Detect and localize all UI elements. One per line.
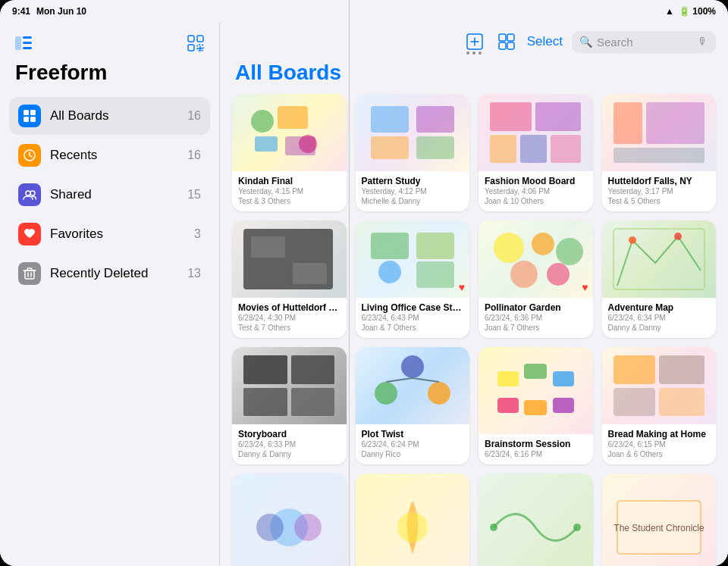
svg-rect-28 [278,106,308,129]
microphone-icon[interactable]: 🎙 [698,36,708,48]
toolbar: Select 🔍 Search 🎙 [220,23,728,61]
board-card-adventure-map[interactable]: Adventure Map 6/23/24, 6:34 PM Danny & D… [602,220,717,338]
board-collaborators-fashion-mood-board: Joan & 10 Others [485,196,587,206]
svg-rect-62 [291,355,334,384]
svg-rect-71 [524,364,547,379]
svg-rect-38 [490,135,516,163]
search-bar[interactable]: 🔍 Search 🎙 [572,31,716,53]
sidebar: Freeform All Boards [0,23,220,566]
recents-icon [18,144,41,167]
board-card-movies-hutteldorf[interactable]: Movies of Hutteldorf Fa... 6/28/24, 4:30… [232,220,347,338]
svg-rect-64 [291,388,334,416]
board-info-plot-twist: Plot Twist 6/23/24, 6:24 PM Danny Rico [356,424,470,464]
board-date-pollinator-garden: 6/23/24, 6:36 PM [485,313,587,323]
board-card-storyboard[interactable]: Storyboard 6/23/24, 6:33 PM Danny & Dann… [232,347,347,464]
wifi-icon: ▲ [665,6,674,17]
board-date-pattern-study: Yesterday, 4:12 PM [362,186,464,196]
svg-rect-61 [243,355,287,384]
sidebar-toggle-icon[interactable] [15,36,32,50]
board-info-living-office: Living Office Case Study 6/23/24, 6:43 P… [356,298,470,338]
content-area: Select 🔍 Search 🎙 All Boards Kindah Fin [220,23,728,566]
board-collaborators-hutteldorf-falls: Test & 5 Others [608,196,711,206]
board-card-hutteldorf-falls[interactable]: Hutteldorf Falls, NY Yesterday, 3:17 PM … [602,94,717,211]
all-boards-label: All Boards [50,108,108,124]
board-card-row4c[interactable] [479,474,593,566]
board-thumbnail-hutteldorf-falls [602,94,717,171]
svg-rect-3 [23,47,32,49]
sidebar-icon-group [15,36,32,50]
battery-icon: 🔋 100% [679,6,716,17]
sidebar-item-favorites[interactable]: Favorites 3 [9,215,210,253]
board-card-row4b[interactable] [356,474,470,566]
window-dots [466,52,482,55]
board-date-living-office: 6/23/24, 6:43 PM [362,313,464,323]
board-name-pattern-study: Pattern Study [362,176,464,186]
new-board-button[interactable] [463,30,486,53]
svg-point-67 [428,382,450,405]
search-placeholder: Search [597,36,693,48]
svg-point-57 [547,263,570,286]
favorites-label: Favorites [50,227,103,242]
board-collaborators-kindah-final: Test & 3 Others [238,196,340,206]
svg-rect-77 [659,355,704,384]
svg-rect-72 [553,371,574,386]
board-info-bread-making: Bread Making at Home 6/23/24, 6:15 PM Jo… [602,424,717,464]
status-bar-left: 9:41 Mon Jun 10 [12,6,86,17]
svg-rect-11 [30,110,36,115]
recents-count: 16 [187,149,201,162]
sidebar-header [0,23,219,58]
board-info-pattern-study: Pattern Study Yesterday, 4:12 PM Michell… [356,171,470,211]
sidebar-item-recently-deleted[interactable]: Recently Deleted 13 [9,255,210,292]
board-card-pattern-study[interactable]: Pattern Study Yesterday, 4:12 PM Michell… [356,94,470,211]
board-date-storyboard: 6/23/24, 6:33 PM [238,439,340,449]
board-thumbnail-row4a [232,474,347,566]
svg-rect-75 [553,398,574,413]
board-date-kindah-final: Yesterday, 4:15 PM [238,186,340,196]
board-card-pollinator-garden[interactable]: ♥ Pollinator Garden 6/23/24, 6:36 PM Joa… [479,220,593,338]
favorite-badge: ♥ [459,281,465,293]
board-name-bread-making: Bread Making at Home [608,429,711,439]
add-board-icon[interactable] [187,35,204,52]
svg-line-68 [386,378,413,382]
board-name-living-office: Living Office Case Study [362,302,464,313]
board-collaborators-bread-making: Joan & 6 Others [608,449,711,459]
board-collaborators-adventure-map: Danny & Danny [608,323,711,333]
board-collaborators-pollinator-garden: Joan & 7 Others [485,323,587,333]
svg-rect-79 [659,388,704,416]
svg-point-16 [30,191,35,195]
svg-rect-49 [371,233,409,259]
sidebar-item-shared[interactable]: Shared 15 [9,176,210,214]
svg-rect-45 [251,236,285,258]
board-thumbnail-fashion-mood-board [479,94,593,171]
select-button[interactable]: Select [527,34,563,49]
board-card-row4a[interactable] [232,474,347,566]
board-card-bread-making[interactable]: Bread Making at Home 6/23/24, 6:15 PM Jo… [602,347,717,464]
board-card-fashion-mood-board[interactable]: Fashion Mood Board Yesterday, 4:06 PM Jo… [479,94,593,211]
svg-rect-76 [613,355,655,384]
board-card-brainstorm-session[interactable]: Brainstorm Session 6/23/24, 6:16 PM [479,347,593,464]
content-title: All Boards [235,61,713,85]
board-info-kindah-final: Kindah Final Yesterday, 4:15 PM Test & 3… [232,171,347,211]
svg-rect-39 [520,135,547,163]
recents-label: Recents [50,148,97,163]
board-thumbnail-brainstorm-session [479,347,593,434]
sidebar-item-recents[interactable]: Recents 16 [9,136,210,174]
svg-point-55 [556,238,583,265]
favorites-count: 3 [194,227,201,241]
board-info-fashion-mood-board: Fashion Mood Board Yesterday, 4:06 PM Jo… [479,171,593,211]
sidebar-item-all-boards[interactable]: All Boards 16 [9,97,210,135]
board-card-living-office[interactable]: ♥ Living Office Case Study 6/23/24, 6:43… [356,220,470,338]
board-collaborators-pattern-study: Michelle & Danny [362,196,464,206]
board-thumbnail-adventure-map [602,220,717,298]
board-card-kindah-final[interactable]: Kindah Final Yesterday, 4:15 PM Test & 3… [232,94,347,211]
all-boards-count: 16 [187,109,201,123]
board-card-plot-twist[interactable]: Plot Twist 6/23/24, 6:24 PM Danny Rico [356,347,470,464]
grid-view-button[interactable] [495,30,518,53]
svg-rect-34 [371,136,409,159]
svg-rect-73 [497,398,519,413]
board-card-row4d[interactable]: The Student Chronicle [602,474,717,566]
status-bar-right: ▲ 🔋 100% [665,6,716,17]
boards-grid: Kindah Final Yesterday, 4:15 PM Test & 3… [220,94,728,566]
shared-label: Shared [50,187,92,202]
board-date-fashion-mood-board: Yesterday, 4:06 PM [485,186,587,196]
